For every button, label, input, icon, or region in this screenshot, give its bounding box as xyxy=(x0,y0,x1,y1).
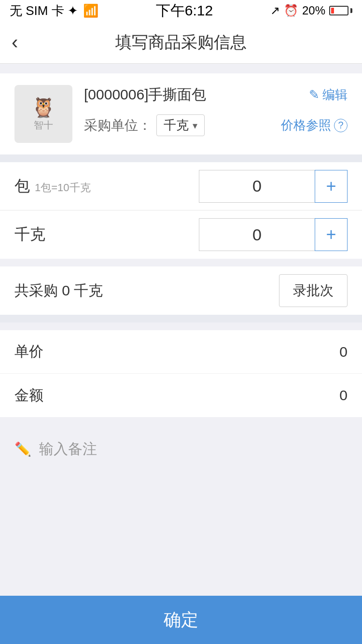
location-icon: ↗ xyxy=(270,4,280,17)
kg-plus-button[interactable]: + xyxy=(315,218,348,251)
kg-input[interactable] xyxy=(199,218,315,251)
unit-price-row: 单价 0 xyxy=(0,330,362,374)
unit-price-label: 单价 xyxy=(14,342,43,362)
pencil-icon: ✏️ xyxy=(14,441,31,457)
battery-icon xyxy=(329,6,352,15)
price-ref-button[interactable]: 价格参照 ? xyxy=(281,117,348,134)
status-right: ↗ ⏰ 20% xyxy=(270,4,352,17)
summary-text: 共采购 0 千克 xyxy=(14,281,103,301)
batch-button[interactable]: 录批次 xyxy=(279,274,348,307)
remark-section[interactable]: ✏️ 输入备注 xyxy=(0,425,362,474)
price-section: 单价 0 金额 0 xyxy=(0,330,362,417)
bag-plus-button[interactable]: + xyxy=(315,170,348,203)
remark-placeholder: 输入备注 xyxy=(39,439,97,459)
summary-section: 共采购 0 千克 录批次 xyxy=(0,266,362,315)
bag-input[interactable] xyxy=(199,170,315,203)
bag-control: + xyxy=(199,170,348,203)
alarm-icon: ⏰ xyxy=(284,4,298,17)
edit-icon: ✎ xyxy=(309,87,320,102)
nav-bar: ‹ 填写商品采购信息 xyxy=(0,21,362,64)
unit-value: 千克 xyxy=(164,117,189,134)
product-info: [0000006]手撕面包 ✎ 编辑 采购单位： 千克 ▾ 价格参照 ? xyxy=(84,85,348,136)
product-image: 🦉 智十 xyxy=(14,85,72,143)
dropdown-arrow-icon: ▾ xyxy=(193,120,197,131)
input-row-bag: 包 1包=10千克 + xyxy=(0,162,362,210)
help-icon: ? xyxy=(334,119,348,132)
divider-2 xyxy=(0,315,362,322)
product-image-label: 智十 xyxy=(34,119,53,132)
purchase-unit-label: 采购单位： xyxy=(84,116,152,135)
bag-sublabel: 1包=10千克 xyxy=(35,181,91,195)
bag-label: 包 xyxy=(14,176,30,197)
amount-label: 金额 xyxy=(14,386,43,406)
back-button[interactable]: ‹ xyxy=(12,31,18,53)
status-bar: 无 SIM 卡 ✦ 📶 下午6:12 ↗ ⏰ 20% xyxy=(0,0,362,21)
edit-button[interactable]: ✎ 编辑 xyxy=(309,86,348,103)
status-time: 下午6:12 xyxy=(156,1,213,21)
status-left: 无 SIM 卡 ✦ 📶 xyxy=(10,2,98,19)
page-title: 填写商品采购信息 xyxy=(115,31,247,54)
input-section: 包 1包=10千克 + 千克 + xyxy=(0,162,362,259)
amount-row: 金额 0 xyxy=(0,374,362,417)
unit-price-value: 0 xyxy=(339,344,348,360)
product-card: 🦉 智十 [0000006]手撕面包 ✎ 编辑 采购单位： 千克 ▾ 价格参照 xyxy=(0,73,362,154)
kg-label: 千克 xyxy=(14,224,45,245)
confirm-button[interactable]: 确定 xyxy=(0,596,362,644)
input-row-kg: 千克 + xyxy=(0,210,362,259)
amount-value: 0 xyxy=(339,387,348,404)
sim-status: 无 SIM 卡 ✦ xyxy=(10,2,78,19)
divider-1 xyxy=(0,154,362,162)
kg-control: + xyxy=(199,218,348,251)
unit-select[interactable]: 千克 ▾ xyxy=(156,114,205,136)
product-name: [0000006]手撕面包 xyxy=(84,85,206,105)
battery-percent: 20% xyxy=(302,4,325,17)
wifi-icon: 📶 xyxy=(83,3,98,18)
product-owl-icon: 🦉 xyxy=(31,96,56,119)
